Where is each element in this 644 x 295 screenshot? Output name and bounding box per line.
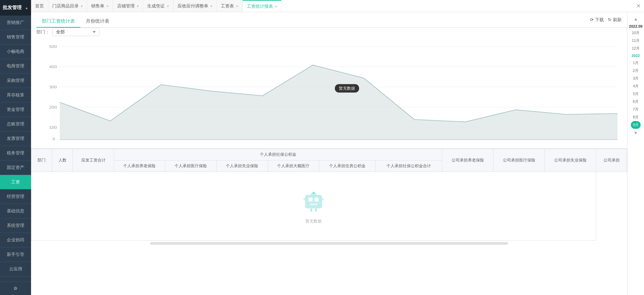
svg-text:300: 300 (49, 85, 57, 89)
toolbar-actions: ⟳ 下载 ↻ 刷新 (590, 17, 622, 23)
download-button[interactable]: ⟳ 下载 (590, 17, 604, 23)
tab-4[interactable]: 生成凭证× (143, 0, 173, 12)
sidebar-item-云应用[interactable]: 云应用 (0, 262, 31, 276)
svg-rect-20 (322, 198, 324, 200)
sidebar-item-销售管理[interactable]: 销售管理 (0, 30, 31, 45)
tab-close-2[interactable]: × (106, 4, 108, 8)
tab-2[interactable]: 销售单× (87, 0, 113, 12)
calendar-nav-down[interactable]: ▼ (632, 129, 640, 137)
col-personal-major-medical: 个人承担大额医疗 (268, 160, 319, 172)
sidebar-item-采购管理[interactable]: 采购管理 (0, 73, 31, 88)
svg-point-22 (313, 192, 315, 194)
cal-month-2022-11月[interactable]: 11月 (630, 37, 642, 45)
tab-monthly-stats[interactable]: 月份统计表 (80, 16, 115, 28)
settings-icon: ⚙ (14, 286, 18, 291)
tab-close-1[interactable]: × (81, 4, 83, 8)
main-area: 首页门店商品目录×销售单×店铺管理×生成凭证×应收应付调整单×工资表×工资统计报… (31, 0, 644, 295)
sidebar-item-新手引导[interactable]: 新手引导 (0, 247, 31, 262)
department-select[interactable]: 全部 (52, 28, 100, 36)
sidebar-item-工资[interactable]: 工资 (0, 175, 31, 189)
cal-month-current-9月[interactable]: 9月 (631, 121, 641, 129)
sidebar-header[interactable]: 批发管理 ▲ (0, 0, 31, 16)
calendar-nav-up[interactable]: ▲ (632, 15, 640, 23)
page-content: 部门工资统计表 月份统计表 ⟳ 下载 ↻ 刷新 部门： (31, 12, 627, 295)
col-personal-total: 个人承担社保公积金合计 (376, 160, 442, 172)
sidebar-item-电商管理[interactable]: 电商管理 (0, 59, 31, 73)
download-label: 下载 (595, 17, 604, 23)
col-company-pension: 公司承担养老保险 (442, 149, 493, 172)
cal-month-current-3月[interactable]: 3月 (631, 75, 641, 82)
cal-month-2022-12月[interactable]: 12月 (630, 45, 642, 52)
close-all-icon[interactable]: ✕ (636, 3, 641, 9)
sidebar-item-小畅电商[interactable]: 小畅电商 (0, 45, 31, 59)
sidebar-item-税务管理[interactable]: 税务管理 (0, 146, 31, 160)
empty-state: 暂无数据 (35, 175, 592, 238)
sidebar-item-固定资产[interactable]: 固定资产 (0, 160, 31, 175)
inner-tabs: 部门工资统计表 月份统计表 (36, 12, 590, 27)
refresh-label: 刷新 (613, 17, 622, 23)
right-calendar-panel: ▲ 2022.09 10月11月12月 2022 1月2月3月4月5月6月7月8… (627, 12, 644, 295)
cal-month-current-6月[interactable]: 6月 (631, 98, 641, 106)
col-personal-medical: 个人承担医疗保险 (165, 160, 216, 172)
sidebar-item-发票管理[interactable]: 发票管理 (0, 131, 31, 146)
data-table: 部门 人数 应发工资合计 个人承担社保公积金 公司承担养老保险 公司承担医疗保险… (31, 149, 627, 241)
tab-bar: 首页门店商品目录×销售单×店铺管理×生成凭证×应收应付调整单×工资表×工资统计报… (31, 0, 644, 12)
cal-month-current-1月[interactable]: 1月 (631, 59, 641, 67)
table-row-empty: 暂无数据 (31, 172, 627, 241)
svg-rect-19 (303, 198, 305, 200)
sidebar-item-库存核算[interactable]: 库存核算 (0, 88, 31, 102)
sidebar-item-资金管理[interactable]: 资金管理 (0, 102, 31, 117)
download-icon: ⟳ (590, 17, 594, 22)
cal-month-current-5月[interactable]: 5月 (631, 90, 641, 98)
col-company-unemployment: 公司承担失业保险 (545, 149, 596, 172)
calendar-year-2022: 2022.09 (629, 24, 643, 28)
tab-1[interactable]: 门店商品目录× (48, 0, 87, 12)
tab-close-4[interactable]: × (167, 4, 169, 8)
tab-5[interactable]: 应收应付调整单× (173, 0, 217, 12)
content-area: 部门工资统计表 月份统计表 ⟳ 下载 ↻ 刷新 部门： (31, 12, 644, 295)
cal-month-current-8月[interactable]: 8月 (631, 113, 641, 121)
tab-close-3[interactable]: × (137, 4, 139, 8)
svg-rect-18 (315, 208, 317, 212)
col-department: 部门 (31, 149, 52, 172)
svg-marker-12 (60, 65, 617, 140)
tab-close-6[interactable]: × (236, 4, 238, 8)
sidebar-item-基础信息[interactable]: 基础信息 (0, 204, 31, 218)
svg-text:100: 100 (49, 125, 57, 130)
sidebar-item-总账管理[interactable]: 总账管理 (0, 117, 31, 131)
sidebar-item-经营管理[interactable]: 经营管理 (0, 189, 31, 204)
tab-0[interactable]: 首页 (31, 0, 48, 12)
refresh-button[interactable]: ↻ 刷新 (608, 17, 622, 23)
svg-text:400: 400 (49, 64, 57, 69)
cal-month-current-2月[interactable]: 2月 (631, 67, 641, 75)
cal-month-2022-10月[interactable]: 10月 (630, 29, 642, 37)
cal-month-current-7月[interactable]: 7月 (631, 106, 641, 113)
svg-rect-14 (308, 198, 313, 202)
tab-close-7[interactable]: × (275, 4, 277, 8)
tab-department-stats[interactable]: 部门工资统计表 (36, 16, 80, 28)
sidebar-item-系统管理[interactable]: 系统管理 (0, 218, 31, 233)
tab-7[interactable]: 工资统计报表× (243, 0, 281, 12)
tab-3[interactable]: 店铺管理× (113, 0, 143, 12)
sidebar-item-营销推广[interactable]: 营销推广 (0, 16, 31, 30)
svg-text:0: 0 (53, 137, 55, 141)
cal-month-current-4月[interactable]: 4月 (631, 82, 641, 90)
svg-rect-13 (305, 195, 322, 208)
table-area[interactable]: 部门 人数 应发工资合计 个人承担社保公积金 公司承担养老保险 公司承担医疗保险… (31, 148, 627, 295)
table-scrollbar[interactable] (150, 242, 508, 245)
tab-bar-end: ✕ (630, 3, 644, 9)
sidebar: 批发管理 ▲ 营销推广销售管理小畅电商电商管理采购管理库存核算资金管理总账管理发… (0, 0, 31, 295)
sidebar-footer-settings[interactable]: ⚙ (0, 282, 31, 295)
col-group-personal: 个人承担社保公积金 (114, 149, 442, 160)
sidebar-item-企业协同[interactable]: 企业协同 (0, 233, 31, 247)
svg-rect-16 (310, 204, 318, 205)
tab-close-5[interactable]: × (210, 4, 212, 8)
filter-label: 部门： (36, 29, 50, 35)
chart-svg: 500 400 300 200 100 0 (36, 43, 622, 144)
chart-area: 500 400 300 200 100 0 (31, 39, 627, 148)
tab-6[interactable]: 工资表× (217, 0, 242, 12)
filter-row: 部门： 全部 (31, 28, 627, 39)
calendar-year-label-2022: 2022 (627, 52, 644, 59)
svg-text:500: 500 (49, 44, 57, 49)
svg-rect-17 (310, 208, 312, 212)
